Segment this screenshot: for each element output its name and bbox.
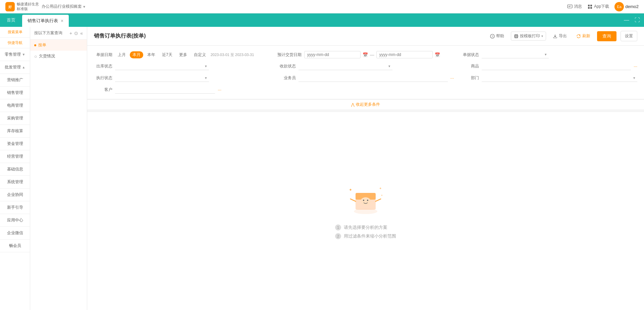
delivery-status-select[interactable]: ▾ [115, 63, 209, 70]
tab-close-icon[interactable]: × [61, 18, 63, 23]
page-actions: ? 帮助 按模板打印 ▾ 导出 [487, 31, 637, 41]
sidebar-item-wholesale[interactable]: 批发管理 ▲ [0, 61, 30, 74]
department-label: 部门 [461, 75, 479, 81]
empty-illustration: ✦ ✦ ✦ [345, 183, 386, 216]
settings-scheme-btn[interactable]: ⊙ [74, 31, 78, 36]
app-download-icon [587, 4, 593, 9]
execution-arrow-icon: ▾ [205, 76, 207, 80]
left-panel-actions: + ⊙ « [69, 31, 83, 36]
empty-state: ✦ ✦ ✦ 1 请先选择要分析的方案 2 用过滤条件来缩小分析范围 [87, 112, 644, 310]
svg-point-16 [363, 200, 364, 201]
template-print-btn[interactable]: 按模板打印 ▾ [511, 32, 546, 41]
chevron-up-icon: ▲ [22, 65, 25, 69]
customer-input[interactable] [115, 86, 215, 94]
sidebar-item-enterprise[interactable]: 企业协同 [0, 189, 30, 201]
product-label: 商品 [461, 63, 479, 69]
salesperson-input[interactable] [299, 74, 448, 82]
page-header: 销售订单执行表(按单) ? 帮助 按模板打印 ▾ [87, 27, 644, 46]
collapse-label: 收起更多条件 [356, 102, 380, 107]
sidebar-item-management[interactable]: 经营管理 [0, 150, 30, 163]
export-btn[interactable]: 导出 [550, 32, 570, 40]
payment-status-label: 收款状态 [277, 63, 296, 69]
settings-button[interactable]: 设置 [621, 31, 637, 41]
refresh-icon [576, 34, 581, 39]
tab-sales-order[interactable]: 销售订单执行表 × [22, 15, 69, 27]
date-tab-current-year[interactable]: 本年 [145, 51, 158, 58]
sidebar-search[interactable]: 搜索菜单 [0, 27, 30, 38]
execution-status-label: 执行状态 [94, 75, 112, 81]
help-icon: ? [490, 34, 495, 39]
payment-status-select[interactable]: ▾ [299, 63, 392, 70]
date-tab-custom[interactable]: 自定义 [191, 51, 209, 58]
filter-area: 单据日期 上月 本月 本年 近7天 更多 自定义 2023-03-01 至 20… [87, 46, 644, 99]
tab-label: 销售订单执行表 [28, 18, 58, 24]
expected-date-end[interactable] [376, 51, 433, 58]
sidebar-item-finance[interactable]: 资金管理 [0, 138, 30, 150]
date-tab-7days[interactable]: 近7天 [159, 51, 175, 58]
query-button[interactable]: 查询 [597, 31, 616, 41]
scheme-item-backorder[interactable]: ○ 欠货情况 [30, 51, 87, 62]
calendar-start-icon[interactable]: 📅 [363, 52, 368, 57]
date-label: 单据日期 [94, 52, 112, 58]
top-header: 好 畅捷通好生意 标准版 办公用品行业模拟账套 ▾ 消息 [0, 0, 644, 13]
svg-point-17 [367, 200, 368, 201]
sidebar-item-marketing[interactable]: 营销推广 [0, 74, 30, 87]
salesperson-field: 业务员 ··· [277, 74, 454, 82]
sidebar-item-inventory[interactable]: 库存核算 [0, 125, 30, 138]
sidebar-item-guide[interactable]: 新手引导 [0, 201, 30, 214]
calendar-end-icon[interactable]: 📅 [435, 52, 440, 57]
tab-maximize-btn[interactable]: ⛶ [633, 16, 641, 24]
sidebar-item-member[interactable]: 畅会员 [0, 240, 30, 252]
help-btn[interactable]: ? 帮助 [487, 32, 507, 40]
app-download-action[interactable]: App下载 [587, 4, 609, 9]
page-title: 销售订单执行表(按单) [94, 33, 146, 40]
tab-minimize-btn[interactable]: — [623, 16, 631, 24]
delivery-arrow-icon: ▾ [205, 64, 207, 68]
sidebar-item-retail[interactable]: 零售管理 ▼ [0, 48, 30, 61]
svg-text:好: 好 [8, 5, 12, 9]
sidebar-item-wechat[interactable]: 企业微信 [0, 227, 30, 240]
payment-arrow-icon: ▾ [388, 64, 390, 68]
svg-text:✦: ✦ [379, 187, 382, 190]
sidebar-item-app-center[interactable]: 应用中心 [0, 214, 30, 227]
add-scheme-btn[interactable]: + [69, 31, 72, 36]
refresh-btn[interactable]: 刷新 [574, 32, 593, 40]
breadcrumb-text: 办公用品行业模拟账套 [42, 4, 82, 9]
collapse-filter-btn[interactable]: ⋀ 收起更多条件 [87, 99, 644, 109]
bill-status-select[interactable]: ▾ [482, 51, 549, 58]
sidebar-item-sales[interactable]: 销售管理 [0, 87, 30, 99]
date-tab-more[interactable]: 更多 [176, 51, 190, 58]
sidebar-item-ecommerce[interactable]: 电商管理 [0, 99, 30, 112]
date-tab-last-month[interactable]: 上月 [115, 51, 128, 58]
product-more-icon[interactable]: ··· [634, 64, 637, 69]
logo-area: 好 畅捷通好生意 标准版 [5, 2, 39, 11]
expected-date-start[interactable] [304, 51, 361, 58]
svg-rect-3 [588, 5, 590, 6]
salesperson-more-icon[interactable]: ··· [450, 75, 454, 81]
message-action[interactable]: 消息 [567, 4, 582, 9]
department-select[interactable]: ▾ [482, 74, 637, 82]
customer-more-icon[interactable]: ··· [218, 87, 221, 92]
left-panel-title: 按以下方案查询 [34, 30, 62, 36]
tab-home[interactable]: 首页 [0, 13, 22, 27]
logo-icon: 好 [5, 2, 15, 11]
empty-step-1: 1 请先选择要分析的方案 [335, 224, 396, 230]
breadcrumb[interactable]: 办公用品行业模拟账套 ▾ [42, 4, 85, 9]
sidebar-item-system[interactable]: 系统管理 [0, 176, 30, 189]
avatar: Ea [614, 2, 624, 11]
execution-status-select[interactable]: ▾ [115, 74, 209, 82]
department-field: 部门 ▾ [461, 74, 637, 82]
sidebar-item-basic-info[interactable]: 基础信息 [0, 163, 30, 176]
sidebar-item-purchase[interactable]: 采购管理 [0, 112, 30, 125]
content-area: 销售订单执行表(按单) ? 帮助 按模板打印 ▾ [87, 27, 644, 310]
svg-text:?: ? [491, 35, 493, 38]
dropdown-arrow-icon: ▾ [541, 34, 543, 38]
sidebar-quick-nav[interactable]: 快捷导航 [0, 38, 30, 48]
empty-steps: 1 请先选择要分析的方案 2 用过滤条件来缩小分析范围 [335, 224, 396, 239]
user-area[interactable]: Ea demo2 [614, 2, 639, 11]
collapse-panel-btn[interactable]: « [80, 31, 83, 36]
date-tab-current-month[interactable]: 本月 [130, 51, 143, 58]
breadcrumb-arrow[interactable]: ▾ [83, 4, 85, 9]
product-input[interactable] [482, 62, 631, 70]
scheme-item-order[interactable]: 按单 [30, 40, 87, 51]
